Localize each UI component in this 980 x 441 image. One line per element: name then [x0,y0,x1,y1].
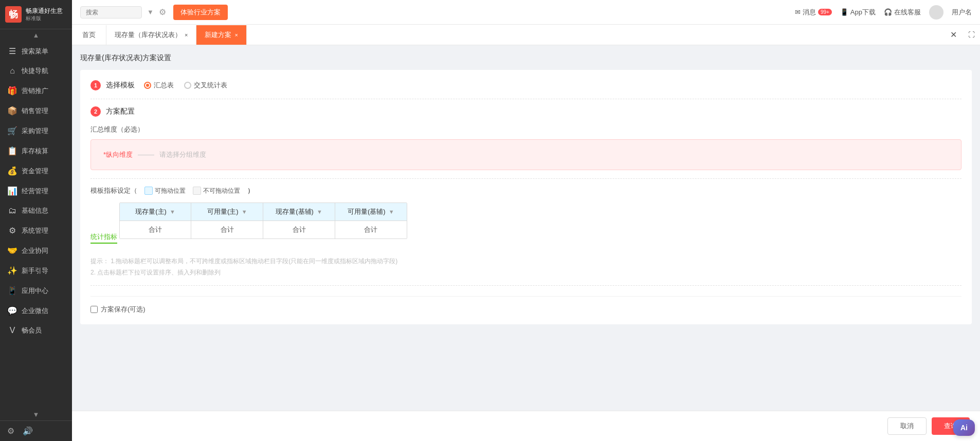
topbar-search-input[interactable] [80,6,142,19]
sidebar-item-operations[interactable]: 📊 经营管理 [0,181,72,201]
industry-plan-button[interactable]: 体验行业方案 [173,5,228,20]
sidebar-item-guide[interactable]: ✨ 新手引导 [0,261,72,281]
app-download-item[interactable]: 📱 App下载 [840,8,876,17]
tab-new-plan[interactable]: 新建方案 × [196,25,246,45]
settings-card: 1 选择模板 汇总表 交叉统计表 2 方案配置 [80,70,972,324]
stats-col-3-header[interactable]: 现存量(基辅) ▼ [263,203,335,221]
ai-float-button[interactable]: Ai [953,419,975,436]
system-icon: ⚙ [7,226,17,235]
marketing-icon: 🎁 [7,86,17,96]
purchase-icon: 🛒 [7,126,17,136]
topbar-gear-icon[interactable]: ⚙ [159,7,166,17]
sidebar-item-enterprise-wechat[interactable]: 💬 企业微信 [0,301,72,321]
online-service-item[interactable]: 🎧 在线客服 [884,8,921,17]
required-label: *纵向维度 [103,150,133,159]
sidebar-menu: ☰ 搜索菜单 ⌂ 快捷导航 🎁 营销推广 📦 销售管理 🛒 采购管理 📋 库存核… [0,41,72,409]
finance-icon: 💰 [7,166,17,176]
step1-badge: 1 [90,80,101,90]
col2-chevron-icon: ▼ [242,209,247,215]
sidebar-scroll-down[interactable]: ▼ [0,409,72,420]
indicator-settings-label: 模板指标设定（ [90,186,137,195]
draggable-tag-box [144,187,153,195]
sidebar-item-enterprise[interactable]: 🤝 企业协同 [0,241,72,261]
headset-icon: 🎧 [884,8,892,16]
guide-icon: ✨ [7,266,17,275]
stats-col-2-body: 合计 [191,221,263,238]
radio-summary-circle [144,82,151,89]
radio-summary[interactable]: 汇总表 [144,81,174,90]
dimension-selector-box[interactable]: *纵向维度 —— 请选择分组维度 [90,139,961,170]
quick-nav-icon: ⌂ [7,66,17,76]
sidebar-item-quick-nav[interactable]: ⌂ 快捷导航 [0,61,72,81]
stats-col-2-header[interactable]: 可用量(主) ▼ [191,203,263,221]
sidebar-item-marketing[interactable]: 🎁 营销推广 [0,81,72,101]
not-draggable-tag: 不可拖动位置 [193,187,240,195]
tab-inventory-close-icon[interactable]: × [185,32,188,38]
col4-chevron-icon: ▼ [389,209,394,215]
operations-icon: 📊 [7,186,17,196]
divider-1 [90,99,961,99]
radio-cross-circle [184,82,191,89]
tab-home[interactable]: 首页 [72,25,106,45]
topbar-search-dropdown[interactable]: ▼ [147,8,154,16]
sidebar-logo: 畅 畅康通好生意 标准版 [0,0,72,29]
stats-col-4-header[interactable]: 可用量(基辅) ▼ [335,203,407,221]
sidebar-item-app-center[interactable]: 📱 应用中心 [0,281,72,301]
step2-row: 2 方案配置 [90,106,961,117]
divider-3 [90,285,961,286]
sidebar: 畅 畅康通好生意 标准版 ▲ ☰ 搜索菜单 ⌂ 快捷导航 🎁 营销推广 📦 销售… [0,0,72,441]
tab-expand-icon[interactable]: ⛶ [963,26,980,44]
message-icon: ✉ [795,8,801,16]
sidebar-item-system[interactable]: ⚙ 系统管理 [0,220,72,241]
enterprise-icon: 🤝 [7,246,17,255]
topbar: ▼ ⚙ 体验行业方案 ✉ 消息 99+ 📱 App下载 🎧 在线客服 用户名 [72,0,980,25]
tab-new-plan-close-icon[interactable]: × [234,32,238,38]
sound-bottom-icon[interactable]: 🔊 [23,426,33,436]
sidebar-item-sales[interactable]: 📦 销售管理 [0,101,72,121]
sidebar-scroll-up[interactable]: ▲ [0,29,72,41]
sidebar-item-search-menu[interactable]: ☰ 搜索菜单 [0,41,72,61]
tip-1: 提示： 1.拖动标题栏可以调整布局，不可跨维度或指标区域拖动栏目字段(只能在同一… [90,256,961,267]
step2-label: 方案配置 [106,107,135,116]
member-icon: V [7,326,17,335]
inventory-icon: 📋 [7,146,17,156]
step1-label: 选择模板 [106,81,135,90]
col1-chevron-icon: ▼ [170,209,175,215]
settings-bottom-icon[interactable]: ⚙ [7,426,14,436]
save-checkbox[interactable] [90,306,98,313]
stats-col-1-header[interactable]: 现存量(主) ▼ [120,203,191,221]
sidebar-item-finance[interactable]: 💰 资金管理 [0,161,72,181]
main-area: ▼ ⚙ 体验行业方案 ✉ 消息 99+ 📱 App下载 🎧 在线客服 用户名 首… [72,0,980,441]
logo-icon: 畅 [5,6,22,23]
message-item[interactable]: ✉ 消息 99+ [795,8,832,17]
user-avatar[interactable] [929,5,943,20]
stats-col-1-body: 合计 [120,221,191,238]
save-row: 方案保存(可选) [90,296,961,314]
step2-badge: 2 [90,106,101,117]
app-center-icon: 📱 [7,286,17,296]
sidebar-item-member[interactable]: V 畅会员 [0,321,72,340]
radio-cross[interactable]: 交叉统计表 [184,81,227,90]
dimension-section-label: 汇总维度（必选） [90,125,961,134]
sidebar-item-purchase[interactable]: 🛒 采购管理 [0,121,72,141]
username-label: 用户名 [952,8,972,17]
stats-table-header: 现存量(主) ▼ 合计 可用量(主) ▼ 合计 [120,203,407,238]
tip-2: 2. 点击标题栏下拉可设置排序、插入列和删除列 [90,267,961,279]
tab-inventory-status[interactable]: 现存量（库存状况表） × [106,25,196,45]
col3-chevron-icon: ▼ [317,209,322,215]
logo-text: 畅康通好生意 标准版 [26,7,63,22]
sidebar-bottom: ⚙ 🔊 [0,420,72,441]
sidebar-item-inventory[interactable]: 📋 库存核算 [0,141,72,161]
search-menu-icon: ☰ [7,46,17,56]
indicator-end: ） [247,186,254,195]
sidebar-item-basic-info[interactable]: 🗂 基础信息 [0,201,72,220]
dimension-placeholder: 请选择分组维度 [159,150,206,159]
cancel-button[interactable]: 取消 [887,417,927,435]
tab-close-all-icon[interactable]: ✕ [944,25,963,45]
stats-col-3: 现存量(基辅) ▼ 合计 [263,203,335,238]
message-badge: 99+ [818,9,832,15]
stats-table: 现存量(主) ▼ 合计 可用量(主) ▼ 合计 [119,203,407,239]
step1-row: 1 选择模板 汇总表 交叉统计表 [90,80,961,90]
basic-info-icon: 🗂 [7,206,17,215]
stats-col-4-body: 合计 [335,221,407,238]
